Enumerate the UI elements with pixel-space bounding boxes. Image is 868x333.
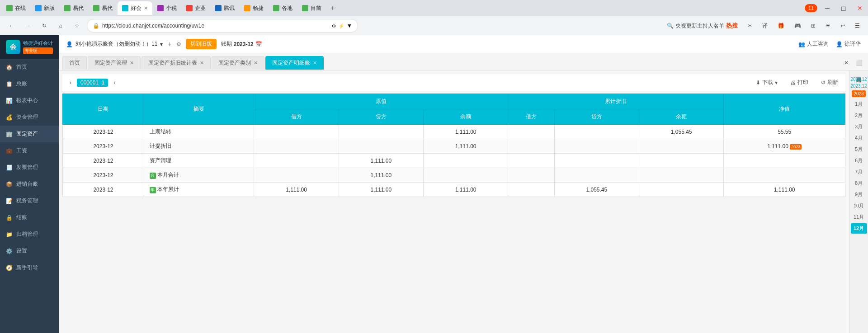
browser-tab-online[interactable]: 在线 (2, 1, 30, 15)
settings-gear-icon[interactable]: ⚙ (176, 41, 181, 47)
period-date-selected1[interactable]: 2023.12 (850, 77, 867, 82)
cell-orig-credit-2: 1,111.00 (339, 154, 423, 168)
browser-tab-geshui[interactable]: 个税 (153, 1, 181, 15)
bookmark-button[interactable]: ☆ (71, 19, 83, 32)
sidebar-item-home[interactable]: 🏠 首页 (0, 59, 59, 75)
sidebar-item-archive[interactable]: 📁 归档管理 (0, 226, 59, 243)
sidebar-item-general-ledger[interactable]: 📋 总账 (0, 75, 59, 92)
cell-net-value-0: 55.55 (724, 125, 845, 139)
browser-tab-new[interactable]: 新版 (31, 1, 59, 15)
undo-tool[interactable]: ↩ (838, 22, 848, 30)
year-button[interactable]: 2023 (852, 90, 865, 97)
browser-tab-yidai2[interactable]: 易代 (89, 1, 117, 15)
period-value: 2023-12 (234, 41, 254, 47)
month-2[interactable]: 2月 (851, 110, 867, 121)
cell-orig-credit-0 (339, 125, 423, 139)
brightness-tool[interactable]: ☀ (823, 22, 833, 30)
url-input-box[interactable]: 🔒 https://cloud.chanjet.com/accounting/u… (87, 19, 358, 33)
sidebar-item-settings[interactable]: ⚙️ 设置 (0, 243, 59, 259)
apps-tool[interactable]: ⊞ (808, 22, 818, 30)
sidebar-item-tax[interactable]: 📝 税务管理 (0, 192, 59, 209)
wallet-tool[interactable]: 🎁 (775, 22, 787, 30)
home-browser-button[interactable]: ⌂ (54, 19, 67, 32)
game-tool[interactable]: 🎮 (792, 22, 804, 30)
close-fixed-assets-detail-tab[interactable]: ✕ (313, 60, 317, 66)
month-7[interactable]: 7月 (851, 167, 867, 177)
restore-tab-button[interactable]: ⬜ (854, 57, 864, 68)
month-11[interactable]: 11月 (851, 212, 867, 222)
cell-date-2: 2023-12 (63, 154, 144, 168)
sidebar-item-label-inventory: 进销台账 (16, 180, 38, 188)
month-3[interactable]: 3月 (851, 122, 867, 132)
sidebar-item-salary[interactable]: 💼 工资 (0, 142, 59, 159)
download-button[interactable]: ⬇ 下载 ▾ (752, 77, 781, 88)
app-title: 畅捷通好会计 (23, 40, 53, 46)
browser-tab-changjie[interactable]: 畅捷 (240, 1, 268, 15)
browser-tab-haohui[interactable]: 好会 ✕ (118, 1, 152, 15)
tab-depreciation-stats[interactable]: 固定资产折旧统计表 ✕ (142, 56, 211, 70)
year-badge: 2023 (790, 144, 802, 150)
close-window-button[interactable]: ✕ (854, 2, 866, 14)
back-button[interactable]: ← (5, 19, 18, 32)
sidebar-item-reports[interactable]: 📊 报表中心 (0, 92, 59, 109)
calendar-icon[interactable]: 📅 (255, 41, 262, 47)
sidebar-item-invoices[interactable]: 🧾 发票管理 (0, 159, 59, 176)
browser-tab-close-haohui[interactable]: ✕ (144, 5, 148, 11)
new-tab-button[interactable]: + (326, 2, 339, 14)
month-9[interactable]: 9月 (851, 189, 867, 200)
tab-icon-qiye (186, 5, 193, 11)
dropdown-icon[interactable]: ▼ (347, 23, 352, 29)
tab-home[interactable]: 首页 (62, 56, 87, 70)
refresh-ledger-button[interactable]: ↺ 刷新 (817, 77, 842, 88)
month-5[interactable]: 5月 (851, 144, 867, 155)
maximize-button[interactable]: ◻ (837, 2, 850, 14)
search-bar[interactable]: 🔍 央视更新主持人名单 热搜 (664, 21, 741, 31)
browser-tab-tencent[interactable]: 腾讯 (211, 1, 239, 15)
print-button[interactable]: 🖨 打印 (787, 77, 812, 88)
prev-page-button[interactable]: ‹ (66, 78, 75, 87)
forward-button[interactable]: → (22, 19, 34, 32)
tab-fixed-assets-detail[interactable]: 固定资产明细账 ✕ (265, 56, 324, 70)
close-fixed-assets-category-tab[interactable]: ✕ (254, 60, 258, 66)
browser-tab-muqian[interactable]: 目前 (297, 1, 326, 15)
browser-tab-yidai1[interactable]: 易代 (60, 1, 88, 15)
user-info: 👤 刘小艳演示账套（勿删勿动！）11 ▾ (66, 40, 163, 48)
sidebar-item-funds[interactable]: 💰 资金管理 (0, 109, 59, 126)
dropdown-chevron-icon[interactable]: ▾ (160, 41, 163, 47)
badge-count[interactable]: 11 (805, 4, 817, 12)
month-8[interactable]: 8月 (851, 178, 867, 188)
user-profile[interactable]: 👤 徐译华 (836, 40, 861, 48)
table-row: 2023-12 上期结转 1,111.00 1,055.45 55.55 (63, 125, 845, 139)
tab-label-gedi: 各地 (282, 5, 292, 12)
close-fixed-assets-mgmt-tab[interactable]: ✕ (130, 60, 134, 66)
month-12[interactable]: 12月 (851, 223, 867, 234)
sidebar-item-inventory[interactable]: 📦 进销台账 (0, 176, 59, 192)
next-page-button[interactable]: › (110, 78, 119, 87)
cut-tool[interactable]: ✂ (745, 22, 755, 30)
month-6[interactable]: 6月 (851, 155, 867, 166)
month-10[interactable]: 10月 (851, 201, 867, 211)
tab-depreciation-stats-label: 固定资产折旧统计表 (148, 59, 197, 67)
version-switch-button[interactable]: 切到旧版 (186, 39, 217, 49)
sidebar-item-guide[interactable]: 🧭 新手引导 (0, 259, 59, 276)
minimize-button[interactable]: ─ (821, 2, 834, 14)
month-4[interactable]: 4月 (851, 133, 867, 143)
translate-tool[interactable]: 译 (760, 21, 770, 31)
browser-tab-qiye[interactable]: 企业 (182, 1, 210, 15)
sidebar-item-closing[interactable]: 🔒 结账 (0, 209, 59, 226)
support-button[interactable]: 👥 人工咨询 (798, 40, 829, 48)
menu-tool[interactable]: ☰ (852, 22, 863, 30)
tab-fixed-assets-category[interactable]: 固定资产类别 ✕ (212, 56, 264, 70)
month-1[interactable]: 1月 (851, 99, 867, 109)
search-icon: 🔍 (667, 23, 674, 29)
tab-label-geshui: 个税 (166, 5, 177, 12)
refresh-browser-button[interactable]: ↻ (38, 19, 51, 32)
add-company-button[interactable]: + (167, 40, 171, 48)
browser-tab-gedi[interactable]: 各地 (269, 1, 297, 15)
sidebar-item-fixed-assets[interactable]: 🏢 固定资产 (0, 126, 59, 142)
cell-orig-balance-3 (424, 168, 508, 183)
period-date-selected2[interactable]: 2023.12 (850, 84, 867, 89)
tab-fixed-assets-mgmt[interactable]: 固定资产管理 ✕ (88, 56, 141, 70)
close-depreciation-stats-tab[interactable]: ✕ (200, 60, 204, 66)
close-tab-button[interactable]: ✕ (841, 57, 852, 68)
